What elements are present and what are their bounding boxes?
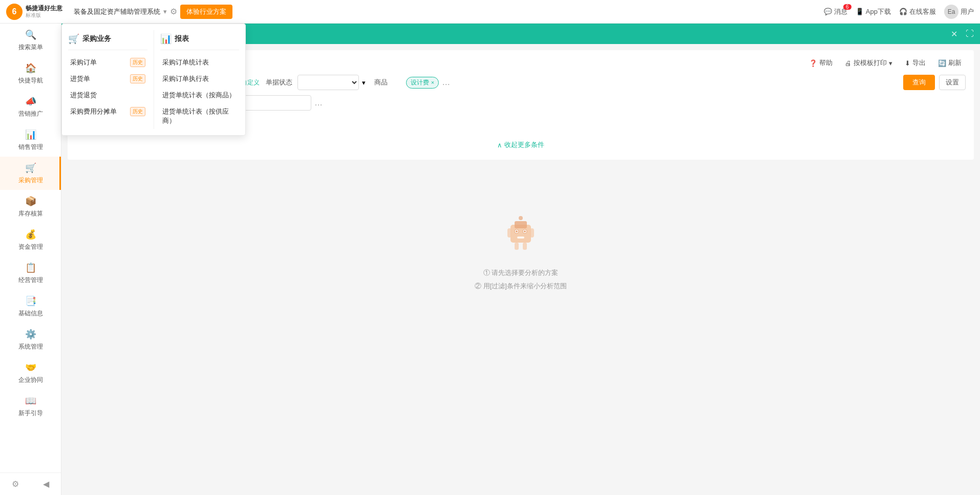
sidebar-item-enterprise[interactable]: 🤝 企业协同 [0,356,61,390]
dropdown-columns: 🛒 采购业务 采购订单 历史 进货单 历史 进货退货 采购费用分摊单 历史 📊 [62,30,245,129]
tab-bar-right: ✕ ⛶ [949,27,976,41]
sidebar-label-sales: 销售管理 [18,143,43,152]
sidebar-item-purchase[interactable]: 🛒 采购管理 [0,157,61,190]
sidebar-item-sales[interactable]: 📊 销售管理 [0,123,61,157]
goods-tag-close[interactable]: × [431,79,434,85]
header-right: 💬 消息 6 📱 App下载 🎧 在线客服 Ea 用户 [824,5,974,19]
query-button[interactable]: 查询 [903,75,935,90]
salesperson-more-button[interactable]: … [314,98,323,107]
basic-icon: 📑 [25,295,37,307]
industry-solution-button[interactable]: 体验行业方案 [180,5,232,19]
tip-number-1: ① [483,269,490,276]
sidebar-item-quick-nav[interactable]: 🏠 快捷导航 [0,57,61,90]
sidebar-item-marketing[interactable]: 📣 营销推广 [0,90,61,123]
print-template-button[interactable]: 🖨 按模板打印 ▾ [841,56,897,70]
goods-tag: 设计费 × [406,77,439,89]
message-icon: 💬 [824,8,832,15]
collapse-up-icon: ∧ [497,141,502,149]
marketing-icon: 📣 [25,95,37,107]
toolbar-right: ❓ 帮助 🖨 按模板打印 ▾ ⬇ 导出 🔄 [805,56,966,70]
tab-bar-close-icon[interactable]: ✕ [949,27,960,41]
report-label: 报表 [175,34,189,44]
messages-button[interactable]: 💬 消息 6 [824,7,847,16]
user-label: 用户 [961,7,974,16]
sidebar-bottom: ⚙ ◀ [0,472,61,495]
phone-icon: 📱 [856,8,864,15]
dropdown-item-inbound-return[interactable]: 进货退货 [68,87,147,103]
collapse-sidebar-button[interactable]: ◀ [41,477,51,491]
sidebar-label-capital: 资金管理 [18,243,43,251]
purchase-business-label: 采购业务 [82,34,111,44]
sys-title-dropdown-icon[interactable]: ▾ [163,8,167,15]
dropdown-item-purchase-order[interactable]: 采购订单 历史 [68,54,147,71]
settings-icon[interactable]: ⚙ [170,7,177,16]
svg-rect-10 [515,243,519,250]
settings-bottom-button[interactable]: ⚙ [10,477,21,491]
app-download-button[interactable]: 📱 App下载 [856,7,891,16]
svg-rect-7 [517,236,524,239]
sidebar-label-enterprise: 企业协同 [18,376,43,384]
avatar: Ea [944,5,958,19]
inbound-label: 进货单 [70,74,90,83]
po-exec-label: 采购订单执行表 [162,74,209,83]
sidebar-item-basic[interactable]: 📑 基础信息 [0,290,61,323]
dropdown-col-report: 📊 报表 采购订单统计表 采购订单执行表 进货单统计表（按商品） 进货单统计表（… [154,30,246,129]
logo-icon: 6 [6,4,23,20]
sidebar-label-quick-nav: 快捷导航 [18,76,43,85]
logo-text: 畅捷通好生意 标准版 [26,5,62,18]
refresh-label: 刷新 [948,58,962,68]
system-icon: ⚙️ [25,328,37,340]
sidebar-item-capital[interactable]: 💰 资金管理 [0,223,61,256]
print-template-label: 按模板打印 [854,58,887,68]
dropdown-item-inbound-stats-goods[interactable]: 进货单统计表（按商品） [160,87,240,103]
help-icon: ❓ [809,59,817,67]
goods-more-button[interactable]: … [442,78,450,87]
sidebar-label-system: 系统管理 [18,342,43,351]
dropdown-item-inbound[interactable]: 进货单 历史 [68,71,147,87]
sidebar-label-inventory: 库存核算 [18,209,43,218]
dropdown-item-po-stats[interactable]: 采购订单统计表 [160,54,240,71]
dropdown-item-purchase-expense[interactable]: 采购费用分摊单 历史 [68,103,147,120]
sys-title-text: 装备及固定资产辅助管理系统 [74,7,160,16]
sidebar-item-system[interactable]: ⚙️ 系统管理 [0,323,61,356]
inbound-return-label: 进货退货 [70,91,97,100]
collapse-more-button[interactable]: ∧ 收起更多条件 [76,136,966,154]
help-label: 帮助 [819,58,833,68]
online-service-button[interactable]: 🎧 在线客服 [899,7,936,16]
sidebar-item-search[interactable]: 🔍 搜索菜单 [0,24,61,57]
filter-item-goods: 商品 设计费 × … [374,77,477,89]
purchase-business-icon: 🛒 [68,33,79,45]
svg-rect-1 [515,221,527,228]
sidebar-label-guide: 新手引导 [18,409,43,418]
svg-rect-8 [507,228,512,238]
doc-status-select[interactable] [297,75,359,90]
filter-action-area: 查询 设置 [903,75,966,90]
purchase-dropdown-menu: 🛒 采购业务 采购订单 历史 进货单 历史 进货退货 采购费用分摊单 历史 📊 [61,24,246,136]
sidebar-item-inventory[interactable]: 📦 库存核算 [0,190,61,223]
tip-number-2: ② [475,282,481,290]
settings-button[interactable]: 设置 [939,75,966,90]
user-button[interactable]: Ea 用户 [944,5,974,19]
dropdown-item-inbound-stats-supplier[interactable]: 进货单统计表（按供应商） [160,103,240,129]
sidebar-item-guide[interactable]: 📖 新手引导 [0,390,61,423]
dropdown-item-po-exec[interactable]: 采购订单执行表 [160,71,240,87]
inbound-stats-supplier-label: 进货单统计表（按供应商） [162,107,238,125]
export-icon: ⬇ [905,59,910,67]
inbound-hist-badge: 历史 [130,74,145,83]
refresh-icon: 🔄 [938,59,946,67]
goods-tag-text: 设计费 [411,78,429,87]
filter-item-doc-status: 单据状态 ▾ [266,75,368,90]
export-button[interactable]: ⬇ 导出 [901,56,930,70]
help-button[interactable]: ❓ 帮助 [805,56,837,70]
svg-point-5 [516,230,518,232]
sidebar-label-operations: 经营管理 [18,276,43,285]
online-service-label: 在线客服 [909,7,936,16]
guide-icon: 📖 [25,395,37,407]
report-title: 📊 报表 [160,30,240,50]
sidebar: 🔍 搜索菜单 🏠 快捷导航 📣 营销推广 📊 销售管理 🛒 采购管理 📦 库存核… [0,24,61,495]
sidebar-item-operations[interactable]: 📋 经营管理 [0,256,61,290]
tab-bar-expand-icon[interactable]: ⛶ [964,27,976,40]
svg-rect-11 [523,243,527,250]
purchase-expense-label: 采购费用分摊单 [70,107,117,116]
refresh-button[interactable]: 🔄 刷新 [934,56,966,70]
